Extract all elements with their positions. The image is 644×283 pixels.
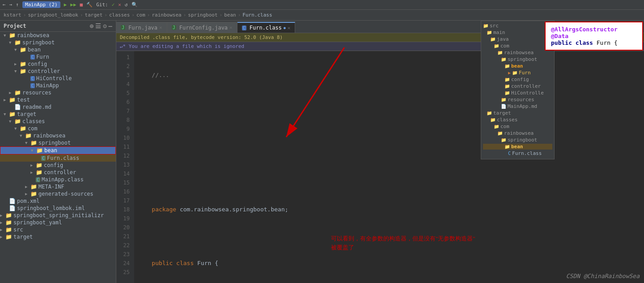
tree-label-com: com xyxy=(28,125,38,132)
folder-icon-src: 📁 xyxy=(5,227,12,233)
toolbar-git-label: Git: xyxy=(96,2,108,8)
toolbar-project-name[interactable]: MainApp (2) xyxy=(22,1,60,8)
tree-furn-class[interactable]: C Furn.class xyxy=(0,154,116,162)
toolbar-refresh[interactable]: ↺ xyxy=(125,2,128,8)
sidebar-icon-2[interactable]: ☰ xyxy=(95,22,101,30)
tree-label-config: config xyxy=(28,61,47,67)
toolbar-git-x[interactable]: ✕ xyxy=(118,2,121,8)
java-icon-2: J xyxy=(172,25,176,30)
tree-target-top[interactable]: ▼ 📁 target xyxy=(0,111,116,118)
tree-label-main: MainApp xyxy=(36,82,59,89)
sidebar[interactable]: Project ⊕ ☰ ⚙ — ▼ 📁 rainbowsea ▼ 📁 sprin… xyxy=(0,21,116,283)
class-icon-mainapp2: C xyxy=(36,177,40,182)
toolbar-up[interactable]: ↑ xyxy=(16,2,19,8)
tree-test[interactable]: ▶ 📁 test xyxy=(0,96,116,103)
tab-label-furn-java: Furn.java xyxy=(128,25,157,31)
tree-label-spring-yaml: springboot_yaml xyxy=(13,219,62,226)
toolbar-forward[interactable]: → xyxy=(9,2,13,8)
tree-label-springboot: springboot xyxy=(22,39,55,46)
toolbar-back[interactable]: ← xyxy=(3,2,6,8)
tab-furn-java[interactable]: J Furn.java ✕ xyxy=(116,22,167,33)
toolbar-stop[interactable]: ■ xyxy=(80,2,83,8)
breadcrumb-target[interactable]: target xyxy=(85,12,103,18)
code-line-5 xyxy=(138,178,644,187)
toolbar-git-check[interactable]: ✓ xyxy=(112,2,115,8)
tab-close-furn-class[interactable]: ✕ xyxy=(288,25,291,31)
info-decompiled-text: Decompiled .class file, bytecode version… xyxy=(120,34,283,40)
tree-label-target-top: target xyxy=(17,111,36,117)
tree-controller2[interactable]: ▶ 📁 controller xyxy=(0,169,116,176)
tree-label-spring-init: springboot_spring_initializr xyxy=(13,212,104,219)
tab-furn-class[interactable]: C Furn.class ● ✕ xyxy=(237,22,296,33)
breadcrumb-com[interactable]: com xyxy=(136,12,145,18)
tab-close-furnconfig[interactable]: ✕ xyxy=(229,25,233,30)
tree-arrow-controller2: ▶ xyxy=(30,170,36,175)
java-icon-1: J xyxy=(121,25,125,30)
breadcrumb-kstart[interactable]: kstart xyxy=(4,12,21,18)
folder-icon-generated: 📁 xyxy=(30,191,37,197)
tree-label-mainapp-class: MainApp.class xyxy=(42,176,84,183)
editor-area: J Furn.java ✕ J FurnConfig.java ✕ C Furn… xyxy=(116,21,644,283)
breadcrumb: kstart › springboot_lombok › target › cl… xyxy=(0,10,644,21)
tree-hicontroller[interactable]: C HiControlle xyxy=(0,75,116,82)
tree-springboot[interactable]: ▼ 📁 springboot xyxy=(0,39,116,46)
tree-src[interactable]: ▶ 📁 src xyxy=(0,226,116,233)
tree-config[interactable]: ▶ 📁 config xyxy=(0,60,116,68)
tree-com[interactable]: ▼ 📁 com xyxy=(0,125,116,132)
file-icon-readme: 📄 xyxy=(14,104,21,110)
code-line-1: //... xyxy=(138,71,644,80)
tree-mainapp-class[interactable]: C MainApp.class xyxy=(0,176,116,183)
breadcrumb-bean[interactable]: bean xyxy=(224,12,236,18)
code-line-8: public class Furn { xyxy=(138,259,644,268)
sidebar-title: Project xyxy=(4,23,26,29)
folder-icon-controller2: 📁 xyxy=(36,169,42,176)
tree-spring-yaml[interactable]: ▶ 📁 springboot_yaml xyxy=(0,219,116,226)
folder-icon-bean: 📁 xyxy=(20,47,26,53)
tree-arrow-bean2: ▼ xyxy=(31,148,36,153)
code-line-2 xyxy=(138,98,644,107)
tree-rainbowsea[interactable]: ▼ 📁 rainbowsea xyxy=(0,32,116,39)
breadcrumb-springboot[interactable]: springboot xyxy=(188,12,217,18)
tree-spring-init[interactable]: ▶ 📁 springboot_spring_initializr xyxy=(0,212,116,219)
sidebar-icon-3[interactable]: ⚙ xyxy=(103,22,106,30)
tree-iml[interactable]: 📄 springboot_lombok.iml xyxy=(0,205,116,212)
toolbar-build[interactable]: 🔨 xyxy=(86,2,93,8)
tab-modified-dot: ● xyxy=(284,26,286,30)
breadcrumb-rainbowsea[interactable]: rainbowsea xyxy=(152,12,181,18)
tree-generated[interactable]: ▶ 📁 generated-sources xyxy=(0,190,116,197)
tree-pom[interactable]: 📄 pom.xml xyxy=(0,197,116,205)
tree-bean[interactable]: ▼ 📁 bean xyxy=(0,46,116,53)
tree-metainf[interactable]: ▶ 📁 META-INF xyxy=(0,183,116,190)
breadcrumb-classes[interactable]: classes xyxy=(109,12,130,18)
tree-mainapp[interactable]: C MainApp xyxy=(0,82,116,89)
toolbar-debug[interactable]: ▶▶ xyxy=(70,2,76,8)
breadcrumb-lombok[interactable]: springboot_lombok xyxy=(28,12,78,18)
chinese-comment: 可以看到，有全参数的构造器，但是没有"无参数构造器" 被覆盖了 xyxy=(331,234,475,252)
toolbar-run[interactable]: ▶ xyxy=(64,2,67,8)
tree-config2[interactable]: ▶ 📁 config xyxy=(0,162,116,169)
class-icon-furn: C xyxy=(30,55,35,60)
tree-bean2[interactable]: ▼ 📁 bean xyxy=(0,146,116,154)
tree-rainbowsea2[interactable]: ▼ 📁 rainbowsea xyxy=(0,132,116,139)
tree-readme[interactable]: 📄 readme.md xyxy=(0,103,116,111)
tree-resources[interactable]: ▶ 📁 resources xyxy=(0,89,116,96)
tree-arrow-metainf: ▶ xyxy=(25,184,30,189)
breadcrumb-furn[interactable]: Furn.class xyxy=(242,12,272,18)
code-line-6: package com.rainbowsea.springboot.bean; xyxy=(138,205,644,214)
sidebar-header: Project ⊕ ☰ ⚙ — xyxy=(0,21,116,32)
sidebar-icon-1[interactable]: ⊕ xyxy=(90,22,93,30)
folder-icon-springboot2: 📁 xyxy=(30,140,37,146)
sidebar-header-icons: ⊕ ☰ ⚙ — xyxy=(90,22,112,30)
sidebar-icon-4[interactable]: — xyxy=(109,22,112,30)
tree-springboot2[interactable]: ▼ 📁 springboot xyxy=(0,139,116,146)
tab-close-furn-java[interactable]: ✕ xyxy=(159,25,162,30)
tree-arrow-bean: ▼ xyxy=(14,47,20,52)
tab-furnconfig[interactable]: J FurnConfig.java ✕ xyxy=(167,22,237,33)
tree-classes[interactable]: ▼ 📁 classes xyxy=(0,118,116,125)
folder-icon-config2: 📁 xyxy=(36,162,42,168)
tree-arrow-rainbowsea: ▼ xyxy=(4,33,9,38)
toolbar-search-icon[interactable]: 🔍 xyxy=(131,2,138,8)
tree-controller[interactable]: ▼ 📁 controller xyxy=(0,68,116,75)
tree-furn[interactable]: C Furn xyxy=(0,53,116,60)
tree-target2[interactable]: ▶ 📁 target xyxy=(0,233,116,240)
